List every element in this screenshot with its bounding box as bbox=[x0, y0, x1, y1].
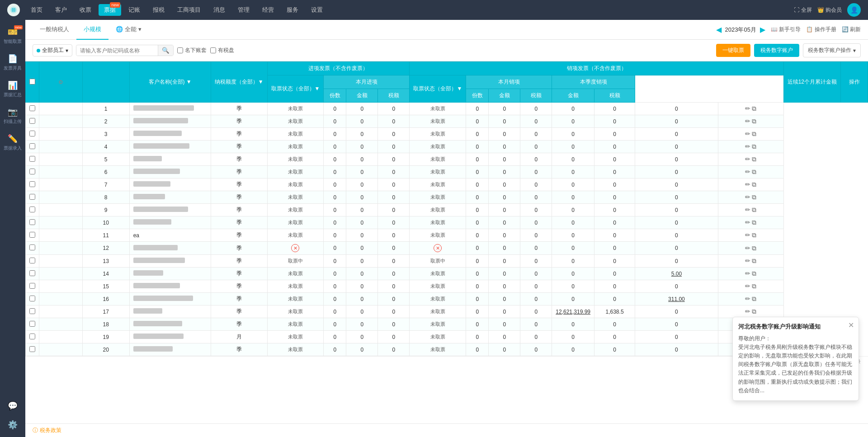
search-button[interactable]: 🔍 bbox=[158, 45, 173, 56]
copy-action-icon[interactable]: ⧉ bbox=[752, 244, 756, 252]
copy-action-icon[interactable]: ⧉ bbox=[752, 257, 756, 264]
edit-action-icon[interactable]: ✏ bbox=[745, 143, 750, 150]
sidebar-item-scan-upload[interactable]: 📷 扫描上传 bbox=[0, 103, 25, 128]
nav-home[interactable]: 首页 bbox=[25, 4, 48, 16]
copy-action-icon[interactable]: ⧉ bbox=[752, 130, 756, 137]
row-checkbox[interactable] bbox=[29, 181, 35, 187]
nav-receive[interactable]: 收票 bbox=[74, 4, 97, 16]
checkbox-has-tax-disk-input[interactable] bbox=[210, 47, 216, 53]
row-checkbox[interactable] bbox=[29, 156, 35, 162]
tax-policy-link[interactable]: 税务政策 bbox=[40, 427, 61, 434]
edit-action-icon[interactable]: ✏ bbox=[745, 206, 750, 213]
tax-digital-account-op-button[interactable]: 税务数字账户操作 ▾ bbox=[803, 43, 861, 57]
row-checkbox[interactable] bbox=[29, 194, 35, 200]
edit-action-icon[interactable]: ✏ bbox=[745, 193, 750, 201]
sidebar-item-invoice-open[interactable]: 📄 发票开具 bbox=[0, 50, 25, 75]
row-checkbox[interactable] bbox=[29, 131, 35, 136]
tab-all[interactable]: 🌐 全能 ▾ bbox=[108, 20, 149, 40]
copy-action-icon[interactable]: ⧉ bbox=[752, 308, 756, 315]
settings-icon[interactable]: ⚙ bbox=[58, 79, 63, 85]
edit-action-icon[interactable]: ✏ bbox=[745, 155, 750, 163]
sidebar-item-smart-ticket[interactable]: 🎫 智能取票 bbox=[0, 23, 25, 48]
sidebar-item-invoice-entry[interactable]: ✏️ 票据录入 bbox=[0, 130, 25, 155]
new-guide-link[interactable]: 📖 新手引导 bbox=[771, 26, 801, 33]
copy-action-icon[interactable]: ⧉ bbox=[752, 105, 756, 112]
fullscreen-button[interactable]: ⛶ 全屏 bbox=[794, 6, 811, 14]
tax-digital-account-button[interactable]: 税务数字账户 bbox=[754, 44, 799, 57]
nav-tax[interactable]: 报税 bbox=[147, 4, 170, 16]
th-outbound-status[interactable]: 取票状态（全部）▼ bbox=[410, 75, 466, 103]
tab-small-scale[interactable]: 小规模 bbox=[76, 20, 108, 40]
row-checkbox[interactable] bbox=[29, 105, 35, 111]
row-checkbox[interactable] bbox=[29, 346, 35, 352]
copy-action-icon[interactable]: ⧉ bbox=[752, 282, 756, 290]
next-month-button[interactable]: ▶ bbox=[760, 25, 765, 34]
employee-filter[interactable]: 全部员工 ▾ bbox=[33, 44, 72, 56]
copy-action-icon[interactable]: ⧉ bbox=[752, 155, 756, 163]
copy-action-icon[interactable]: ⧉ bbox=[752, 117, 756, 125]
row-checkbox[interactable] bbox=[29, 207, 35, 212]
select-all-checkbox[interactable] bbox=[29, 79, 35, 85]
edit-action-icon[interactable]: ✏ bbox=[745, 308, 750, 315]
copy-action-icon[interactable]: ⧉ bbox=[752, 193, 756, 201]
edit-action-icon[interactable]: ✏ bbox=[745, 168, 750, 175]
copy-action-icon[interactable]: ⧉ bbox=[752, 270, 756, 277]
row-checkbox[interactable] bbox=[29, 321, 35, 327]
copy-action-icon[interactable]: ⧉ bbox=[752, 206, 756, 213]
row-checkbox[interactable] bbox=[29, 296, 35, 301]
copy-action-icon[interactable]: ⧉ bbox=[752, 168, 756, 175]
th-tax-quota[interactable]: 纳税额度（全部）▼ bbox=[211, 62, 267, 103]
refresh-link[interactable]: 🔄 刷新 bbox=[842, 26, 861, 33]
edit-action-icon[interactable]: ✏ bbox=[745, 117, 750, 125]
copy-action-icon[interactable]: ⧉ bbox=[752, 219, 756, 226]
nav-manage[interactable]: 管理 bbox=[232, 4, 255, 16]
edit-action-icon[interactable]: ✏ bbox=[745, 244, 750, 252]
row-checkbox[interactable] bbox=[29, 334, 35, 339]
sales-amount-value[interactable]: 12,621,319.99 bbox=[556, 309, 590, 315]
nav-invoice[interactable]: 票据 new bbox=[99, 4, 121, 16]
edit-action-icon[interactable]: ✏ bbox=[745, 105, 750, 112]
edit-action-icon[interactable]: ✏ bbox=[745, 257, 750, 264]
nav-settings[interactable]: 设置 bbox=[306, 4, 328, 16]
row-checkbox[interactable] bbox=[29, 219, 35, 225]
checkbox-has-tax-disk[interactable]: 有税盘 bbox=[210, 47, 234, 54]
row-checkbox[interactable] bbox=[29, 143, 35, 149]
edit-action-icon[interactable]: ✏ bbox=[745, 219, 750, 226]
rolling-value[interactable]: 311.00 bbox=[668, 296, 685, 302]
member-button[interactable]: 👑 购会员 bbox=[817, 6, 842, 14]
tab-general-taxpayer[interactable]: 一般纳税人 bbox=[33, 20, 76, 40]
sidebar-item-invoice-summary[interactable]: 📊 票据汇总 bbox=[0, 77, 25, 102]
copy-action-icon[interactable]: ⧉ bbox=[752, 181, 756, 188]
prev-month-button[interactable]: ◀ bbox=[716, 25, 722, 34]
edit-action-icon[interactable]: ✏ bbox=[745, 270, 750, 277]
copy-action-icon[interactable]: ⧉ bbox=[752, 143, 756, 150]
row-checkbox[interactable] bbox=[29, 283, 35, 289]
sidebar-item-config[interactable]: ⚙️ bbox=[0, 416, 25, 433]
edit-action-icon[interactable]: ✏ bbox=[745, 282, 750, 290]
th-customer-name[interactable]: 客户名称(全部) ▼ bbox=[129, 62, 211, 103]
nav-message[interactable]: 消息 bbox=[208, 4, 231, 16]
row-checkbox[interactable] bbox=[29, 232, 35, 238]
copy-action-icon[interactable]: ⧉ bbox=[752, 295, 756, 302]
edit-action-icon[interactable]: ✏ bbox=[745, 231, 750, 239]
checkbox-sub-account-input[interactable] bbox=[177, 47, 183, 53]
row-checkbox[interactable] bbox=[29, 118, 35, 124]
edit-action-icon[interactable]: ✏ bbox=[745, 295, 750, 302]
row-checkbox[interactable] bbox=[29, 270, 35, 276]
row-checkbox[interactable] bbox=[29, 169, 35, 174]
nav-business[interactable]: 工商项目 bbox=[172, 4, 206, 16]
rolling-value[interactable]: 5.00 bbox=[671, 271, 682, 277]
search-input[interactable] bbox=[76, 46, 158, 56]
one-click-ticket-button[interactable]: 一键取票 bbox=[716, 44, 750, 57]
nav-client[interactable]: 客户 bbox=[50, 4, 72, 16]
nav-service[interactable]: 服务 bbox=[281, 4, 304, 16]
sidebar-item-chat[interactable]: 💬 bbox=[0, 397, 25, 414]
th-inbound-status[interactable]: 取票状态（全部）▼ bbox=[267, 75, 324, 103]
row-checkbox[interactable] bbox=[29, 258, 35, 263]
copy-action-icon[interactable]: ⧉ bbox=[752, 231, 756, 239]
nav-operation[interactable]: 经营 bbox=[257, 4, 279, 16]
user-avatar[interactable]: 👤 bbox=[847, 3, 861, 17]
row-checkbox[interactable] bbox=[29, 308, 35, 314]
checkbox-sub-account[interactable]: 名下账套 bbox=[177, 47, 207, 54]
edit-action-icon[interactable]: ✏ bbox=[745, 181, 750, 188]
